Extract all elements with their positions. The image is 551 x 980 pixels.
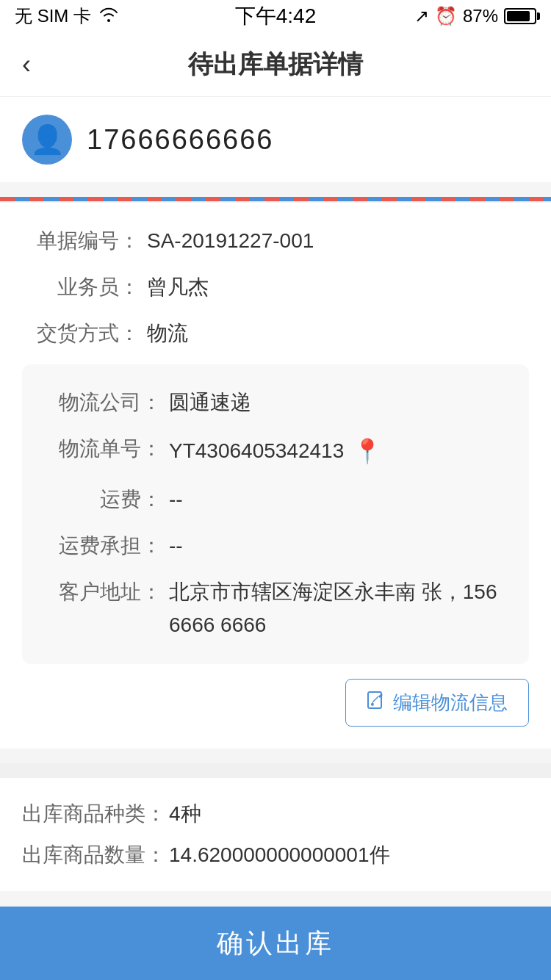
alarm-icon: ⏰: [435, 6, 457, 26]
status-bar: 无 SIM 卡 下午4:42 ↗ ⏰ 87%: [0, 0, 551, 32]
nav-bar: ‹ 待出库单据详情: [0, 32, 551, 97]
logistics-card: 物流公司： 圆通速递 物流单号： YT4306405342413 📍 运费： -…: [22, 364, 529, 663]
freight-value: --: [162, 483, 507, 516]
map-pin-icon[interactable]: 📍: [353, 433, 382, 470]
salesman-label: 业务员：: [22, 271, 140, 304]
separator: [0, 763, 551, 778]
confirm-outbound-button[interactable]: 确认出库: [217, 926, 334, 962]
address-value: 北京市市辖区海淀区永丰南 张，156 6666 6666: [162, 576, 507, 642]
goods-type-row: 出库商品种类： 4种: [22, 800, 529, 828]
freight-label: 运费：: [44, 483, 162, 516]
document-info-section: 单据编号： SA-20191227-001 业务员： 曾凡杰 交货方式： 物流 …: [0, 203, 551, 749]
page-title: 待出库单据详情: [188, 48, 363, 82]
goods-quantity-row: 出库商品数量： 14.620000000000001件: [22, 841, 529, 869]
carrier-label: 无 SIM 卡: [15, 4, 91, 28]
status-time: 下午4:42: [235, 2, 317, 30]
edit-logistics-btn-wrap: 编辑物流信息: [22, 679, 529, 727]
freight-bearer-row: 运费承担： --: [44, 530, 507, 563]
battery-percent: 87%: [463, 6, 498, 26]
customer-card: 👤 17666666666: [0, 97, 551, 182]
logistics-company-label: 物流公司：: [44, 386, 162, 419]
freight-row: 运费： --: [44, 483, 507, 516]
delivery-label: 交货方式：: [22, 317, 140, 350]
freight-bearer-label: 运费承担：: [44, 530, 162, 563]
doc-number-value: SA-20191227-001: [140, 225, 529, 258]
address-label: 客户地址：: [44, 576, 162, 609]
logistics-tracking-label: 物流单号：: [44, 433, 162, 466]
doc-number-row: 单据编号： SA-20191227-001: [22, 225, 529, 258]
customer-phone: 17666666666: [87, 124, 273, 156]
doc-number-label: 单据编号：: [22, 225, 140, 258]
freight-bearer-value: --: [162, 530, 507, 563]
delivery-row: 交货方式： 物流: [22, 317, 529, 350]
logistics-tracking-row: 物流单号： YT4306405342413 📍: [44, 433, 507, 470]
battery-icon: [504, 8, 536, 24]
edit-logistics-button[interactable]: 编辑物流信息: [345, 679, 529, 727]
logistics-tracking-value: YT4306405342413 📍: [162, 433, 507, 470]
logistics-company-row: 物流公司： 圆通速递: [44, 386, 507, 419]
location-status-icon: ↗: [414, 6, 429, 26]
address-row: 客户地址： 北京市市辖区海淀区永丰南 张，156 6666 6666: [44, 576, 507, 642]
logistics-company-value: 圆通速递: [162, 386, 507, 419]
goods-section: 出库商品种类： 4种 出库商品数量： 14.620000000000001件: [0, 778, 551, 891]
back-button[interactable]: ‹: [22, 49, 31, 80]
status-left: 无 SIM 卡: [15, 4, 119, 28]
goods-type-label: 出库商品种类：: [22, 800, 169, 828]
salesman-value: 曾凡杰: [140, 271, 529, 304]
edit-icon: [367, 691, 386, 715]
edit-logistics-label: 编辑物流信息: [393, 690, 508, 716]
goods-quantity-label: 出库商品数量：: [22, 841, 169, 869]
status-right: ↗ ⏰ 87%: [414, 6, 536, 26]
goods-type-value: 4种: [169, 800, 529, 828]
confirm-btn-wrap: 确认出库: [0, 907, 551, 980]
main-content: 👤 17666666666 单据编号： SA-20191227-001 业务员：…: [0, 97, 551, 980]
goods-quantity-value: 14.620000000000001件: [169, 841, 529, 869]
avatar: 👤: [22, 115, 72, 165]
delivery-value: 物流: [140, 317, 529, 350]
wifi-icon: [98, 6, 119, 26]
avatar-person-icon: 👤: [30, 123, 65, 156]
dashed-divider: [0, 197, 551, 201]
salesman-row: 业务员： 曾凡杰: [22, 271, 529, 304]
